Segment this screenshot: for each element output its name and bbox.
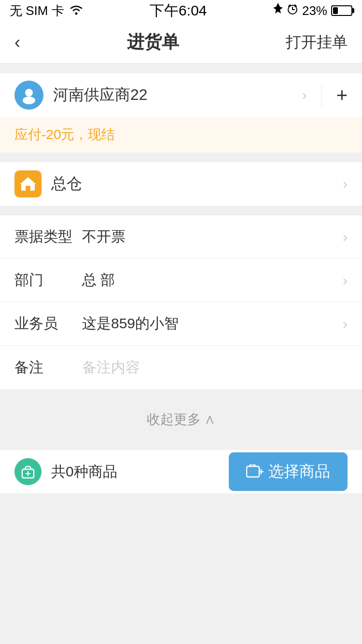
- svg-rect-12: [247, 466, 259, 477]
- invoice-type-chevron-icon: ›: [343, 229, 348, 245]
- page-title: 进货单: [127, 30, 179, 54]
- wifi-icon: [69, 3, 84, 18]
- invoice-type-value: 不开票: [72, 227, 343, 247]
- supplier-avatar: [14, 81, 43, 110]
- svg-point-5: [23, 97, 35, 104]
- svg-point-0: [75, 12, 77, 14]
- status-left: 无 SIM 卡: [10, 2, 84, 19]
- department-value: 总 部: [72, 270, 343, 290]
- back-button[interactable]: ‹: [14, 32, 20, 53]
- notice-banner: 应付-20元，现结: [0, 117, 362, 153]
- warehouse-section[interactable]: 总仓 ›: [0, 162, 362, 206]
- supplier-chevron-icon: ›: [302, 87, 307, 103]
- select-product-button[interactable]: 选择商品: [229, 452, 348, 491]
- svg-point-4: [25, 89, 33, 97]
- status-time: 下午6:04: [150, 1, 207, 21]
- bottom-bar: 共0种商品 选择商品: [0, 450, 362, 493]
- invoice-type-label: 票据类型: [14, 227, 72, 247]
- open-pending-button[interactable]: 打开挂单: [286, 32, 348, 53]
- department-chevron-icon: ›: [343, 272, 348, 289]
- remark-label: 备注: [14, 358, 72, 378]
- department-row[interactable]: 部门 总 部 ›: [0, 259, 362, 302]
- remark-placeholder[interactable]: 备注内容: [72, 358, 348, 378]
- salesperson-label: 业务员: [14, 314, 72, 334]
- department-label: 部门: [14, 270, 72, 290]
- salesperson-value: 这是859的小智: [72, 314, 343, 334]
- warehouse-chevron-icon: ›: [343, 176, 348, 192]
- status-bar: 无 SIM 卡 下午6:04 23%: [0, 0, 362, 21]
- svg-rect-8: [26, 186, 30, 191]
- main-content: 河南供应商22 › + 应付-20元，现结 总仓 › 票据类型 不开票 › 部门…: [0, 64, 362, 644]
- location-icon: [273, 3, 283, 19]
- select-product-label: 选择商品: [268, 461, 330, 482]
- invoice-type-row[interactable]: 票据类型 不开票 ›: [0, 215, 362, 259]
- supplier-section[interactable]: 河南供应商22 › +: [0, 73, 362, 117]
- svg-marker-7: [20, 177, 36, 184]
- product-count-label: 共0种商品: [51, 462, 229, 482]
- status-right: 23%: [273, 3, 352, 19]
- battery-icon: [331, 5, 352, 16]
- section-gap-1: [0, 64, 362, 73]
- collapse-button[interactable]: 收起更多 ∧: [0, 399, 362, 440]
- carrier-label: 无 SIM 卡: [10, 2, 64, 19]
- nav-bar: ‹ 进货单 打开挂单: [0, 21, 362, 64]
- salesperson-chevron-icon: ›: [343, 316, 348, 332]
- battery-percent: 23%: [302, 3, 327, 18]
- supplier-name: 河南供应商22: [53, 84, 302, 106]
- warehouse-name: 总仓: [51, 173, 343, 195]
- supplier-divider: [321, 83, 322, 107]
- form-section: 票据类型 不开票 › 部门 总 部 › 业务员 这是859的小智 › 备注 备注…: [0, 215, 362, 389]
- add-supplier-button[interactable]: +: [336, 84, 348, 106]
- warehouse-icon: [14, 170, 42, 197]
- alarm-icon: [287, 3, 298, 18]
- remark-row[interactable]: 备注 备注内容: [0, 346, 362, 389]
- product-bag-icon: [14, 458, 42, 485]
- salesperson-row[interactable]: 业务员 这是859的小智 ›: [0, 302, 362, 346]
